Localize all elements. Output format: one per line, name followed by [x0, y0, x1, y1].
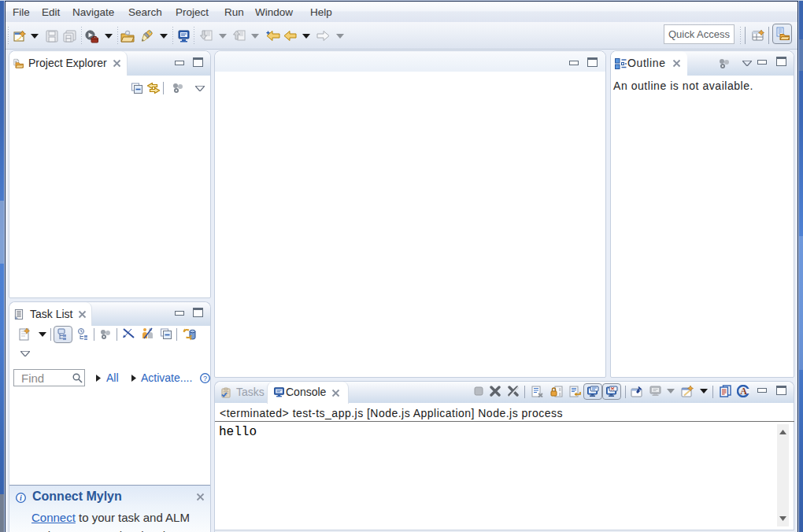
svg-text:i: i — [20, 493, 22, 502]
svg-text:A: A — [740, 386, 747, 397]
svg-text:?: ? — [203, 375, 207, 382]
